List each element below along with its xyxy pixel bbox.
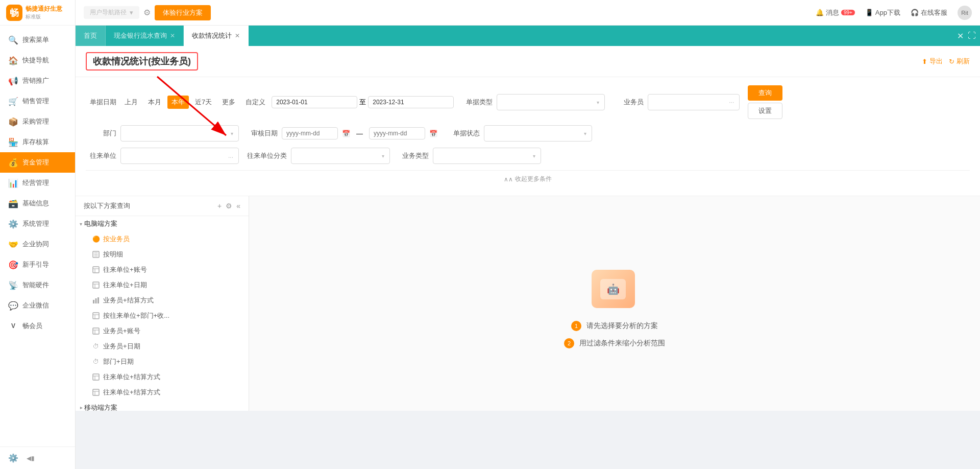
sidebar-item-wechat[interactable]: 💬 企业微信 [0,295,75,316]
calendar-icon-2[interactable]: 📅 [429,130,437,137]
collapse-button[interactable]: ∧∧ 收起更多条件 [86,170,970,187]
tab-receivable[interactable]: 收款情况统计 ✕ [184,26,249,46]
tree-item-salesman[interactable]: 🟠 按业务员 [84,231,249,247]
calendar-icon-1[interactable]: 📅 [342,130,350,137]
dept-field: 部门 ▾ [86,125,239,142]
partner-select[interactable]: ... [120,148,239,164]
content-area: 按以下方案查询 + ⚙ « ▾ 电脑端方案 🟠 按业务员 [76,196,980,411]
topbar-gear-icon[interactable]: ⚙ [143,8,151,17]
online-service-button[interactable]: 🎧 在线客服 [911,8,947,17]
hint-1-num: 1 [571,321,581,331]
tree-item-dept-date[interactable]: ⏱ 部门+日期 [84,354,249,369]
tab-receivable-close-icon[interactable]: ✕ [235,32,240,39]
sidebar-item-operations[interactable]: 📊 经营管理 [0,173,75,193]
page-title: 收款情况统计(按业务员) [86,52,198,71]
sidebar-item-inventory[interactable]: 🏪 库存核算 [0,132,75,152]
settings-bottom-icon[interactable]: ⚙️ [8,453,18,463]
svg-rect-4 [93,267,99,273]
tree-item-partner-dept[interactable]: 按往来单位+部门+收... [84,308,249,323]
dept-dropdown-icon: ▾ [231,131,233,136]
add-scheme-icon[interactable]: + [217,202,222,210]
biz-type-select[interactable]: ▾ [433,148,541,164]
export-button[interactable]: ⬆ 导出 [922,57,943,66]
dept-select[interactable]: ▾ [120,125,239,142]
partner-field: 往来单位 ... [86,148,239,164]
tree-item-partner-payment1[interactable]: 往来单位+结算方式 [84,369,249,385]
refresh-icon: ↻ [949,58,954,65]
tree-item-detail[interactable]: 按明细 [84,247,249,262]
settings-button[interactable]: 设置 [748,103,782,119]
tree-group-desktop[interactable]: ▾ 电脑端方案 [76,216,249,231]
date-field: 单据日期 上月 本月 本年 近7天 更多 自定义 至 [86,96,454,109]
partner-account-icon [92,266,100,274]
doc-type-select[interactable]: ▾ [497,94,605,110]
sidebar-item-marketing[interactable]: 📢 营销推广 [0,71,75,91]
partner-category-dropdown-icon: ▾ [382,153,384,159]
empty-illustration: 🤖 [584,257,645,308]
tab-bank-close-icon[interactable]: ✕ [170,32,175,39]
breadcrumb-dropdown-icon[interactable]: ▾ [130,9,133,16]
date-btn-this-month[interactable]: 本月 [144,96,165,109]
sidebar-item-base[interactable]: 🗃️ 基础信息 [0,193,75,214]
date-btn-custom[interactable]: 自定义 [241,96,270,109]
tab-close-all-icon[interactable]: ✕ [957,31,964,41]
tree-item-partner-date[interactable]: 往来单位+日期 [84,277,249,293]
dept-date-icon: ⏱ [92,358,100,366]
left-panel: 按以下方案查询 + ⚙ « ▾ 电脑端方案 🟠 按业务员 [76,196,249,411]
wechat-icon: 💬 [8,300,18,311]
date-from-input[interactable] [272,96,357,108]
collapse-bottom-icon[interactable]: ◀▮ [27,455,35,462]
sidebar-item-guide[interactable]: 🎯 新手引导 [0,254,75,275]
partner-dept-icon [92,312,100,320]
sales-icon: 🛒 [8,96,18,106]
date-btn-more[interactable]: 更多 [218,96,239,109]
search-row-1: 单据日期 上月 本月 本年 近7天 更多 自定义 至 单据类型 ▾ [86,85,970,119]
tab-home[interactable]: 首页 [76,26,106,46]
date-btn-this-year[interactable]: 本年 [167,96,189,109]
trial-button[interactable]: 体验行业方案 [155,5,211,20]
hint-2-num: 2 [564,338,574,348]
partner-category-select[interactable]: ▾ [291,148,390,164]
scheme-collapse-icon[interactable]: « [236,202,240,210]
sidebar-item-search[interactable]: 🔍 搜索菜单 [0,30,75,50]
user-avatar[interactable]: Rit [958,6,972,20]
base-icon: 🗃️ [8,198,18,208]
query-button[interactable]: 查询 [748,85,782,101]
message-button[interactable]: 🔔 消息 99+ [816,8,855,17]
scheme-settings-icon[interactable]: ⚙ [226,202,232,210]
doc-status-select[interactable]: ▾ [484,125,592,142]
tree-item-salesman-date[interactable]: ⏱ 业务员+日期 [84,339,249,354]
sidebar-item-purchase[interactable]: 📦 采购管理 [0,111,75,132]
salesman-select[interactable]: ··· [648,94,740,110]
sidebar-item-hardware[interactable]: 📡 智能硬件 [0,275,75,295]
tree-item-partner-payment2[interactable]: 往来单位+结算方式 [84,385,249,400]
date-to-input[interactable] [368,96,454,108]
tree-item-salesman-account[interactable]: 业务员+账号 [84,323,249,339]
tab-bank[interactable]: 现金银行流水查询 ✕ [106,26,184,46]
tree-group-mobile[interactable]: ▾ 移动端方案 [76,400,249,411]
tree-item-partner-account[interactable]: 往来单位+账号 [84,262,249,277]
svg-rect-19 [93,374,99,380]
sidebar-item-enterprise[interactable]: 🤝 企业协同 [0,234,75,254]
export-icon: ⬆ [922,58,927,65]
sidebar-item-shortcut[interactable]: 🏠 快捷导航 [0,50,75,71]
app-download-button[interactable]: 📱 App下载 [865,8,900,17]
tab-expand-icon[interactable]: ⛶ [968,31,976,40]
tree-item-salesman-payment[interactable]: 业务员+结算方式 [84,293,249,308]
sidebar-nav: 🔍 搜索菜单 🏠 快捷导航 📢 营销推广 🛒 销售管理 📦 采购管理 🏪 库存核… [0,26,75,447]
svg-rect-10 [93,300,94,303]
refresh-button[interactable]: ↻ 刷新 [949,57,970,66]
sidebar-item-sales[interactable]: 🛒 销售管理 [0,91,75,111]
salesman-payment-icon [92,296,100,304]
sidebar-item-member[interactable]: V 畅会员 [0,316,75,336]
enterprise-icon: 🤝 [8,239,18,249]
date-btn-7days[interactable]: 近7天 [191,96,216,109]
svg-rect-16 [93,328,99,334]
review-date-from-input[interactable] [282,127,338,139]
sidebar-item-finance[interactable]: 💰 资金管理 [0,152,75,173]
review-date-to-input[interactable] [369,127,425,139]
date-btn-last-month[interactable]: 上月 [120,96,142,109]
sidebar-item-system[interactable]: ⚙️ 系统管理 [0,214,75,234]
svg-rect-12 [97,297,99,303]
svg-rect-22 [93,389,99,395]
